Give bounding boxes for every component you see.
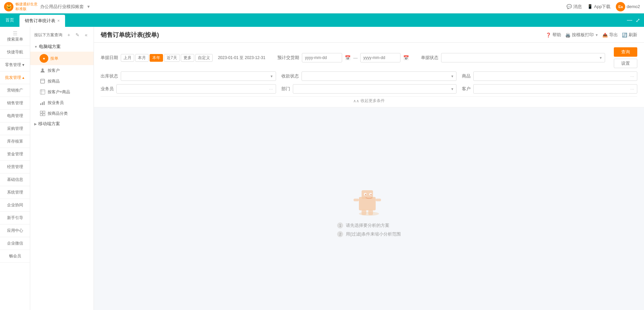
sidebar-item-finance[interactable]: 资金管理 [0, 148, 30, 161]
sidebar-item-ecommerce[interactable]: 电商管理 [0, 110, 30, 122]
print-btn[interactable]: 🖨️ 按模板打印 ▼ [565, 32, 598, 38]
top-bar-left: 🐱 畅捷通好生意 标准版 办公用品行业模拟账套 ▼ [4, 2, 91, 11]
left-panel: 按以下方案查询 + ✎ « ▼ 电脑端方案 ● 按单 [30, 27, 94, 310]
salesperson-label: 业务员 [101, 86, 114, 92]
tip-num-2: 2 [337, 231, 343, 237]
product-more-icon[interactable]: ··· [630, 73, 634, 79]
user-area[interactable]: Ea demo2 [616, 2, 640, 11]
product-label: 商品 [462, 73, 471, 79]
tab-home[interactable]: 首页 [0, 13, 19, 27]
tree-group-desktop-label[interactable]: ▼ 电脑端方案 [30, 42, 94, 52]
print-icon: 🖨️ [565, 33, 571, 38]
active-dot-icon: ● [40, 54, 48, 63]
tree-group-mobile[interactable]: ▶ 移动端方案 [30, 119, 94, 129]
sidebar-item-search-menu[interactable]: ☰ 搜索菜单 [0, 27, 30, 46]
delivery-status-select[interactable] [121, 71, 276, 81]
export-btn[interactable]: 📤 导出 [602, 32, 618, 38]
svg-rect-22 [362, 210, 366, 215]
custom-btn[interactable]: 自定义 [195, 54, 213, 62]
date-start-calendar-icon: 📅 [345, 55, 351, 60]
filter-row-1: 单据日期 上月 本月 本年 近7天 更多 自定义 2023-01-01 至 20… [101, 47, 637, 68]
tab-close-icon[interactable]: × [57, 18, 60, 23]
sidebar-item-purchase[interactable]: 采购管理 [0, 122, 30, 135]
download-icon: 📱 [587, 4, 593, 9]
bill-date-field: 单据日期 上月 本月 本年 近7天 更多 自定义 [101, 54, 213, 62]
maximize-btn[interactable]: ⤢ [636, 17, 640, 23]
salesperson-icon [40, 100, 46, 106]
refresh-btn[interactable]: 🔄 刷新 [622, 32, 637, 38]
sidebar: ☰ 搜索菜单 快捷导航 零售管理 ▼ 批发管理 ▲ 营销推广 销售管理 电商管理 [0, 27, 30, 310]
this-month-btn[interactable]: 本月 [135, 54, 149, 62]
department-field: 部门 ▼ [281, 84, 457, 94]
tree-item-by-order[interactable]: ● 按单 [30, 52, 94, 65]
tree-group-desktop: ▼ 电脑端方案 ● 按单 按客户 [30, 42, 94, 119]
active-tab-label: 销售订单统计表 [25, 18, 55, 24]
salesperson-more-icon[interactable]: ··· [269, 86, 273, 92]
delivery-date-start[interactable] [302, 53, 342, 62]
customer-more-icon[interactable]: ··· [630, 86, 634, 92]
tree-item-by-category[interactable]: 按商品分类 [30, 108, 94, 119]
payment-status-select[interactable] [302, 71, 457, 81]
user-avatar: Ea [616, 2, 625, 11]
svg-point-19 [370, 194, 372, 195]
svg-point-18 [365, 194, 366, 195]
customer-field: 客户 ··· [462, 84, 637, 94]
empty-tip-2: 2 用[过滤]条件来缩小分析范围 [337, 231, 400, 237]
sidebar-item-marketing[interactable]: 营销推广 [0, 84, 30, 97]
setting-btn[interactable]: 设置 [614, 59, 637, 68]
date-range-text: 2023-01-01 至 2023-12-31 [218, 55, 265, 61]
top-bar-title: 办公用品行业模拟账套 [40, 4, 84, 10]
product-field: 商品 ··· [462, 71, 637, 81]
top-bar-dropdown[interactable]: ▼ [87, 4, 91, 9]
sidebar-item-basic-info[interactable]: 基础信息 [0, 173, 30, 186]
collapse-btn[interactable]: ∧∧ 收起更多条件 [353, 98, 385, 104]
page-header: 销售订单统计表(按单) ❓ 帮助 🖨️ 按模板打印 ▼ 📤 导出 [94, 27, 644, 43]
sidebar-item-retail[interactable]: 零售管理 ▼ [0, 59, 30, 71]
content-area: 按以下方案查询 + ✎ « ▼ 电脑端方案 ● 按单 [30, 27, 644, 310]
last-month-btn[interactable]: 上月 [121, 54, 134, 62]
sidebar-item-operations[interactable]: 经营管理 [0, 161, 30, 173]
sidebar-item-membership[interactable]: 畅会员 [0, 250, 30, 263]
query-btn[interactable]: 查询 [614, 47, 637, 57]
minimize-btn[interactable]: — [627, 17, 632, 23]
this-year-btn[interactable]: 本年 [150, 54, 163, 62]
page-header-actions: ❓ 帮助 🖨️ 按模板打印 ▼ 📤 导出 🔄 刷新 [546, 32, 637, 38]
right-main: 销售订单统计表(按单) ❓ 帮助 🖨️ 按模板打印 ▼ 📤 导出 [94, 27, 644, 310]
edit-scheme-btn[interactable]: ✎ [74, 32, 81, 38]
sidebar-item-ent-wechat[interactable]: 企业微信 [0, 237, 30, 250]
delivery-status-field: 出库状态 ▼ [101, 71, 276, 81]
bill-status-select[interactable] [441, 53, 605, 62]
sidebar-item-system[interactable]: 系统管理 [0, 186, 30, 199]
tree-item-by-product[interactable]: 按商品 [30, 76, 94, 87]
department-select[interactable] [293, 84, 457, 94]
sidebar-item-wholesale[interactable]: 批发管理 ▲ [0, 71, 30, 84]
tab-active[interactable]: 销售订单统计表 × [19, 15, 65, 27]
query-buttons: 查询 设置 [614, 47, 637, 68]
help-btn[interactable]: ❓ 帮助 [546, 32, 561, 38]
tree-item-by-salesperson[interactable]: 按业务员 [30, 97, 94, 108]
message-btn[interactable]: 💬 消息 [567, 4, 582, 10]
sidebar-item-sales[interactable]: 销售管理 [0, 97, 30, 110]
tree-item-by-customer[interactable]: 按客户 [30, 65, 94, 76]
expected-delivery-field: 预计交货期 📅 — 📅 [277, 53, 409, 62]
sidebar-item-app-center[interactable]: 应用中心 [0, 224, 30, 237]
add-scheme-btn[interactable]: + [65, 32, 72, 38]
payment-status-field: 收款状态 ▼ [281, 71, 457, 81]
sidebar-item-newbie[interactable]: 新手引导 [0, 212, 30, 224]
sidebar-item-quick-nav[interactable]: 快捷导航 [0, 46, 30, 59]
help-icon: ❓ [546, 33, 551, 38]
logo-icon: 🐱 [4, 2, 13, 11]
delivery-status-label: 出库状态 [101, 73, 118, 79]
svg-rect-1 [41, 79, 45, 83]
more-btn[interactable]: 更多 [181, 54, 194, 62]
app-download-btn[interactable]: 📱 App下载 [587, 4, 610, 10]
refresh-icon: 🔄 [622, 33, 627, 38]
tree-item-by-cust-prod[interactable]: 按客户+商品 [30, 87, 94, 97]
collapse-panel-btn[interactable]: « [83, 32, 90, 38]
delivery-date-end[interactable] [360, 53, 400, 62]
sidebar-item-enterprise[interactable]: 企业协同 [0, 199, 30, 212]
sidebar-item-inventory[interactable]: 库存核算 [0, 135, 30, 148]
bill-status-label: 单据状态 [421, 55, 438, 61]
svg-rect-3 [40, 90, 45, 94]
last-7-days-btn[interactable]: 近7天 [164, 54, 180, 62]
